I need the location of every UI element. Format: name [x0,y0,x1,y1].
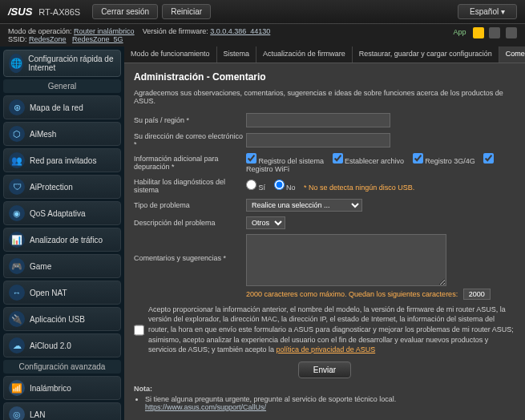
comments-textarea[interactable] [246,234,446,286]
sidebar-item-label: Game [30,262,51,271]
log3g4g-label: Registro 3G/4G [425,157,475,165]
sidebar-icon: ⬡ [9,126,25,142]
sidebar: 🌐 Configuración rápida de Internet Gener… [0,46,124,420]
sidebar-item-label: Aplicación USB [30,315,85,324]
sidebar-icon: 🛡 [9,179,25,195]
setfile-label: Establecer archivo [345,157,404,165]
sidebar-item[interactable]: 📊Analizador de tráfico [3,228,121,252]
sidebar-item-label: Analizador de tráfico [30,236,103,244]
wifilog-label: Registro WiFi [246,165,289,173]
logout-button[interactable]: Cerrar sesión [92,4,158,19]
sidebar-section-general: General [3,79,121,93]
submit-button[interactable]: Enviar [298,361,351,378]
ptype-select[interactable]: Realice una selección ... [246,199,362,212]
info-bar: Modo de operación: Router inalámbrico Ve… [0,24,525,46]
sidebar-item[interactable]: 🎮Game [3,254,121,278]
note-text: Si tiene alguna pregunta urgente, pregun… [145,395,396,403]
sidebar-item[interactable]: ↔Open NAT [3,281,121,305]
quick-setup-button[interactable]: 🌐 Configuración rápida de Internet [3,50,121,77]
syslog-label: Registro del sistema [259,157,325,165]
diag-yes-radio[interactable] [246,180,256,190]
diag-label: Habilitar los diagnósticos del sistema [134,178,246,194]
language-select[interactable]: Español [458,4,517,19]
ssid2-link[interactable]: RedesZone_5G [72,35,123,43]
sidebar-item[interactable]: ◎LAN [3,402,121,420]
note-header: Nota: [134,385,515,393]
sidebar-item[interactable]: 🔌Aplicación USB [3,307,121,331]
sidebar-item[interactable]: 📶Inalámbrico [3,376,121,400]
email-label: Su dirección de correo electrónico * [134,132,246,148]
sidebar-item[interactable]: ☁AiCloud 2.0 [3,333,121,357]
sidebar-item[interactable]: 🛡AiProtection [3,175,121,199]
ssid1-link[interactable]: RedesZone [29,35,67,43]
tab[interactable]: Comentario [499,46,525,63]
sidebar-item-label: AiProtection [30,183,73,192]
usb-warning: * No se detecta ningún disco USB. [304,184,414,192]
sidebar-item-label: AiMesh [30,130,56,139]
top-bar: /SUS RT-AX86S Cerrar sesión Reiniciar Es… [0,0,525,24]
sidebar-item-label: QoS Adaptativa [30,209,86,218]
fw-link[interactable]: 3.0.0.4.386_44130 [210,27,270,35]
sidebar-icon: 👥 [9,152,25,168]
reboot-button[interactable]: Reiniciar [162,4,211,19]
tab[interactable]: Actualización de firmware [256,46,353,63]
country-input[interactable] [246,113,390,127]
utility-icon-1[interactable] [489,27,500,38]
sidebar-item[interactable]: 👥Red para invitados [3,148,121,172]
tab-bar: Modo de funcionamientoSistemaActualizaci… [124,46,525,63]
sidebar-item-label: Mapa de la red [30,103,83,112]
sidebar-icon: ◉ [9,205,25,221]
support-link[interactable]: https://www.asus.com/support/CallUs/ [145,403,266,411]
diag-yes-label: Sí [259,184,266,192]
utility-icon-2[interactable] [506,27,517,38]
privacy-policy-link[interactable]: política de privacidad de ASUS [277,345,376,353]
debug-info-label: Información adicional para depuración * [134,155,246,171]
setfile-checkbox[interactable] [333,153,343,164]
sidebar-item[interactable]: ◉QoS Adaptativa [3,201,121,225]
sidebar-item-label: AiCloud 2.0 [30,341,71,350]
wifilog-checkbox[interactable] [483,153,494,164]
tab[interactable]: Restaurar, guardar y cargar configuració… [353,46,499,63]
ptype-label: Tipo de problema [134,201,246,209]
country-label: Su país / región * [134,116,246,124]
sidebar-icon: 📊 [9,232,25,248]
sidebar-item-label: LAN [30,410,45,419]
sidebar-icon: ◎ [9,406,25,420]
op-mode-link[interactable]: Router inalámbrico [74,27,135,35]
sidebar-item[interactable]: ⬡AiMesh [3,122,121,146]
sidebar-icon: 🔌 [9,311,25,327]
sidebar-icon: ☁ [9,337,25,353]
sidebar-item-label: Open NAT [30,289,67,297]
syslog-checkbox[interactable] [246,153,256,164]
content-area: Modo de funcionamientoSistemaActualizaci… [124,46,525,420]
sidebar-icon: 🎮 [9,258,25,274]
counter-value: 2000 [463,289,491,300]
email-input[interactable] [246,133,390,147]
app-label: App [453,28,466,36]
tab[interactable]: Modo de funcionamiento [124,46,217,63]
brand-logo: /SUS [8,6,32,18]
sidebar-item-label: Red para invitados [30,156,96,165]
sidebar-icon: ⊛ [9,99,25,115]
pdesc-select[interactable]: Otros [246,216,285,229]
sidebar-item-label: Inalámbrico [30,384,71,393]
sidebar-item-label: Configuración rápida de Internet [28,55,115,72]
sidebar-icon: 📶 [9,380,25,396]
globe-icon: 🌐 [9,54,23,73]
comments-label: Comentarios y sugerencias * [134,234,246,262]
page-title: Administración - Comentario [134,71,515,83]
intro-text: Agradecemos sus observaciones, comentari… [134,89,515,105]
sidebar-item[interactable]: ⊛Mapa de la red [3,95,121,119]
counter-text: 2000 caracteres como máximo. Quedan los … [246,290,458,298]
ssid-label: SSID: [8,35,27,43]
diag-no-label: No [286,184,296,192]
fw-label: Versión de firmware: [143,27,208,35]
consent-checkbox[interactable] [134,305,144,355]
op-mode-label: Modo de operación: [8,27,72,35]
pdesc-label: Descripción del problema [134,219,246,227]
tab[interactable]: Sistema [217,46,257,63]
model-name: RT-AX86S [38,7,80,17]
log3g4g-checkbox[interactable] [413,153,423,164]
diag-no-radio[interactable] [274,180,285,190]
app-icon[interactable] [473,27,484,38]
